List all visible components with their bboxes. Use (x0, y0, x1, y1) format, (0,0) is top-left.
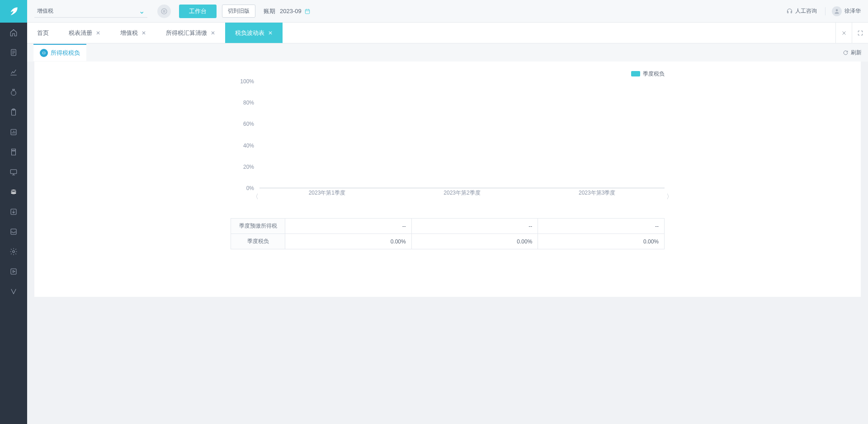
y-axis: 100%80%60%40%20%0% (231, 81, 258, 188)
close-all-tabs-button[interactable] (835, 23, 852, 43)
legend-label: 季度税负 (643, 70, 665, 78)
y-tick: 40% (243, 143, 254, 149)
support-label: 人工咨询 (795, 7, 817, 15)
svg-rect-9 (305, 9, 309, 13)
content-area: 季度税负 100%80%60%40%20%0% 〈 〉 2023年第1季度202… (27, 62, 868, 424)
y-tick: 80% (243, 100, 254, 106)
table-cell: -- (285, 219, 412, 234)
chart-plot: 100%80%60%40%20%0% 〈 〉 2023年第1季度2023年第2季… (231, 81, 665, 199)
user-icon (834, 8, 840, 14)
expand-icon (857, 30, 863, 36)
refresh-icon (843, 50, 849, 56)
tab-label: 税负波动表 (235, 29, 264, 37)
row-label: 季度预缴所得税 (231, 219, 285, 234)
refresh-label: 刷新 (851, 49, 862, 57)
inbox-icon (9, 228, 18, 236)
row-label: 季度税负 (231, 234, 285, 249)
tab-close-icon[interactable]: ✕ (211, 30, 215, 36)
nav-analytics[interactable] (0, 62, 27, 82)
nav-inbox[interactable] (0, 222, 27, 242)
nav-video[interactable] (0, 262, 27, 281)
period-label: 账期 (264, 7, 275, 15)
nav-doc[interactable] (0, 43, 27, 62)
tax-type-value: 增值税 (37, 7, 53, 15)
form-icon (9, 148, 18, 156)
tab-税负波动表[interactable]: 税负波动表✕ (225, 23, 283, 43)
tab-label: 税表清册 (69, 29, 92, 37)
subtab-label: 所得税税负 (51, 49, 80, 57)
data-table: 季度预缴所得税------季度税负0.00%0.00%0.00% (231, 218, 665, 249)
y-tick: 100% (240, 78, 254, 85)
report-icon (9, 128, 18, 136)
legend-swatch (631, 71, 640, 76)
nav-finance[interactable] (0, 82, 27, 102)
list-icon (160, 8, 168, 15)
table-cell: 0.00% (538, 234, 665, 249)
chart-prev-button[interactable]: 〈 (252, 193, 259, 201)
nav-tax-form[interactable] (0, 142, 27, 162)
tab-所得税汇算清缴[interactable]: 所得税汇算清缴✕ (156, 23, 225, 43)
topbar: 增值税 ⌄ 工作台 切到旧版 账期 2023-09 人工咨询 徐泽华 (27, 0, 868, 23)
tab-label: 首页 (37, 29, 49, 37)
chart-line-icon (9, 68, 18, 76)
chart-legend: 季度税负 (231, 68, 665, 80)
x-tick: 2023年第3季度 (529, 189, 665, 199)
svg-rect-7 (11, 269, 16, 274)
username[interactable]: 徐泽华 (844, 7, 861, 15)
v-icon (9, 287, 18, 295)
support-link[interactable]: 人工咨询 (786, 7, 817, 15)
chevron-down-icon: ⌄ (139, 7, 145, 15)
home-icon (9, 29, 18, 37)
tab-增值税[interactable]: 增值税✕ (110, 23, 156, 43)
money-bag-icon (9, 88, 18, 96)
badge-icon (40, 49, 48, 57)
y-tick: 20% (243, 164, 254, 170)
export-icon (9, 208, 18, 216)
tab-首页[interactable]: 首页 (27, 23, 59, 43)
tab-税表清册[interactable]: 税表清册✕ (59, 23, 110, 43)
svg-rect-4 (10, 170, 17, 174)
switch-old-button[interactable]: 切到旧版 (222, 5, 255, 18)
table-row: 季度税负0.00%0.00%0.00% (231, 234, 665, 249)
fullscreen-button[interactable] (852, 23, 868, 43)
workspace-button[interactable]: 工作台 (179, 5, 217, 18)
table-row: 季度预缴所得税------ (231, 219, 665, 234)
x-tick: 2023年第1季度 (259, 189, 395, 199)
nav-settings[interactable] (0, 242, 27, 262)
x-axis: 2023年第1季度2023年第2季度2023年第3季度 (259, 189, 665, 199)
monitor-icon (9, 168, 18, 176)
stack-icon (9, 188, 18, 196)
feather-icon (8, 5, 19, 17)
refresh-button[interactable]: 刷新 (843, 49, 862, 57)
subtab-income-tax-burden[interactable]: 所得税税负 (33, 44, 86, 61)
chart-next-button[interactable]: 〉 (666, 193, 673, 201)
x-tick: 2023年第2季度 (395, 189, 530, 199)
chart-panel: 季度税负 100%80%60%40%20%0% 〈 〉 2023年第1季度202… (34, 62, 861, 297)
nav-ledger[interactable] (0, 102, 27, 122)
calendar-icon[interactable] (304, 8, 311, 14)
nav-tax-active[interactable] (0, 182, 27, 202)
document-icon (9, 48, 18, 57)
nav-export[interactable] (0, 202, 27, 222)
divider (825, 7, 826, 15)
y-tick: 0% (246, 185, 254, 191)
svg-rect-11 (42, 52, 45, 54)
period-value[interactable]: 2023-09 (280, 8, 302, 14)
tax-type-selector[interactable]: 增值税 ⌄ (34, 5, 147, 18)
nav-report[interactable] (0, 122, 27, 142)
nav-home[interactable] (0, 23, 27, 43)
plot-area (259, 81, 665, 188)
svg-point-10 (836, 9, 838, 11)
table-cell: 0.00% (285, 234, 412, 249)
play-square-icon (9, 267, 18, 276)
tab-close-icon[interactable]: ✕ (142, 30, 146, 36)
list-toggle-button[interactable] (157, 5, 171, 18)
nav-display[interactable] (0, 162, 27, 182)
tab-close-icon[interactable]: ✕ (96, 30, 100, 36)
tab-close-icon[interactable]: ✕ (268, 30, 273, 36)
app-logo[interactable] (0, 0, 27, 23)
nav-v[interactable] (0, 281, 27, 301)
user-avatar[interactable] (832, 6, 842, 16)
table-cell: 0.00% (411, 234, 538, 249)
tab-label: 增值税 (120, 29, 138, 37)
